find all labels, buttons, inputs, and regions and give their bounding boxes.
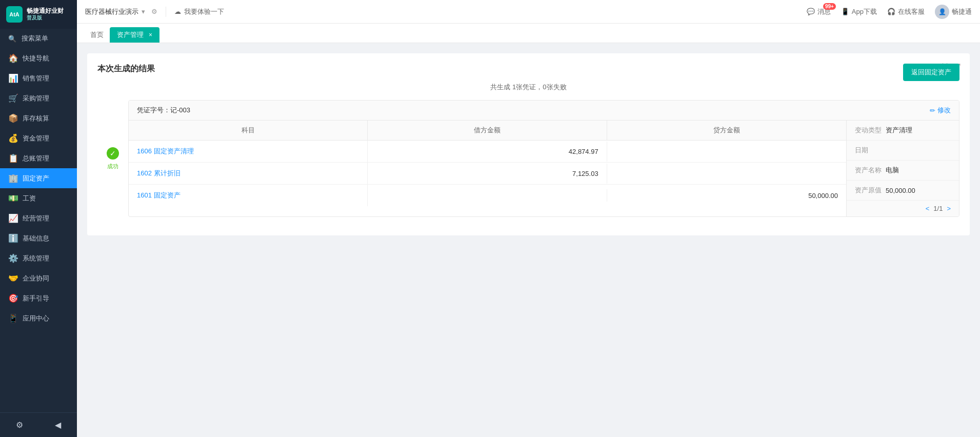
- settings-button[interactable]: ⚙: [13, 417, 26, 433]
- sidebar-item-label: 固定资产: [23, 174, 49, 183]
- app-center-icon: 📱: [8, 313, 17, 323]
- message-icon: 💬: [807, 8, 815, 15]
- info-asset-name: 资产名称 电脑: [847, 161, 959, 181]
- asset-name-value: 电脑: [886, 166, 899, 175]
- sidebar-item-search[interactable]: 🔍 搜索菜单: [0, 29, 77, 48]
- finance-icon: 💰: [8, 133, 17, 143]
- message-badge: 99+: [823, 3, 836, 10]
- sidebar-item-label: 快捷导航: [23, 54, 49, 63]
- tab-close-icon[interactable]: ×: [149, 31, 152, 38]
- sidebar-item-fixed-assets[interactable]: 🏢 固定资产: [0, 168, 77, 188]
- sidebar-item-label: 应用中心: [23, 314, 49, 323]
- credit-cell: [607, 167, 846, 180]
- company-selector[interactable]: 医疗器械行业演示 ▾: [85, 7, 145, 16]
- voucher-header: 凭证字号：记-003 ✏ 修改: [129, 101, 959, 121]
- sidebar-item-app-center[interactable]: 📱 应用中心: [0, 308, 77, 328]
- sidebar-item-ledger[interactable]: 📋 总账管理: [0, 148, 77, 168]
- sidebar-logo: AtA 畅捷通好业财 普及版: [0, 0, 77, 29]
- debit-cell: 7,125.03: [368, 164, 607, 184]
- sidebar-item-inventory[interactable]: 📦 库存核算: [0, 108, 77, 128]
- voucher-container: ✓ 成功 凭证字号：记-003 ✏ 修改: [97, 100, 959, 217]
- subject-cell: 1601 固定资产: [129, 185, 368, 206]
- credit-cell: [607, 145, 846, 157]
- online-service-label: 在线客服: [898, 7, 925, 16]
- status-column: ✓ 成功: [97, 100, 128, 217]
- sidebar-item-guide[interactable]: 🎯 新手引导: [0, 288, 77, 308]
- main-content: 本次生成的结果 ✕ ⤢ 返回固定资产 共生成 1张凭证，0张失败 ✓ 成功 凭证…: [77, 43, 980, 437]
- asset-name-label: 资产名称: [855, 166, 882, 175]
- chevron-down-icon: ▾: [142, 8, 145, 15]
- return-fixed-assets-button[interactable]: 返回固定资产: [903, 64, 959, 81]
- topbar-right: 💬 消息 99+ 📱 App下载 🎧 在线客服 👤 畅捷通: [807, 5, 972, 19]
- edit-voucher-button[interactable]: ✏ 修改: [930, 106, 951, 115]
- change-type-label: 变动类型: [855, 126, 882, 135]
- home-tab-label: 首页: [90, 30, 104, 39]
- app-download-btn[interactable]: 📱 App下载: [841, 7, 877, 16]
- result-panel: 本次生成的结果 ✕ ⤢ 返回固定资产 共生成 1张凭证，0张失败 ✓ 成功 凭证…: [87, 53, 970, 235]
- sidebar-item-label: 新手引导: [23, 294, 49, 303]
- fixed-assets-icon: 🏢: [8, 173, 17, 183]
- next-page-btn[interactable]: >: [947, 205, 951, 212]
- subject-cell: 1606 固定资产清理: [129, 141, 368, 162]
- col-header-debit: 借方金额: [368, 121, 607, 140]
- voucher-body: 科目 借方金额 贷方金额 1606 固定资产清理 42,874.97: [129, 121, 959, 216]
- sidebar-item-label: 系统管理: [23, 254, 49, 263]
- side-info-panel: 变动类型 资产清理 日期 资产名称 电脑: [846, 121, 959, 216]
- sidebar-item-sales[interactable]: 📊 销售管理: [0, 68, 77, 88]
- sidebar-item-payroll[interactable]: 💵 工资: [0, 188, 77, 208]
- inventory-icon: 📦: [8, 113, 17, 123]
- tab-home[interactable]: 首页: [85, 27, 109, 43]
- basics-icon: ℹ️: [8, 233, 17, 243]
- table-row: 1602 累计折旧 7,125.03: [129, 163, 846, 185]
- message-btn[interactable]: 💬 消息 99+: [807, 7, 831, 16]
- sidebar-item-label: 企业协同: [23, 274, 49, 283]
- sidebar-item-purchase[interactable]: 🛒 采购管理: [0, 88, 77, 108]
- user-avatar-btn[interactable]: 👤 畅捷通: [935, 5, 972, 19]
- guide-icon: 🎯: [8, 293, 17, 303]
- pagination: < 1/1 >: [847, 201, 959, 216]
- main-area: 医疗器械行业演示 ▾ ⚙ ☁ 我要体验一下 💬 消息 99+ 📱 App下载 🎧…: [77, 0, 980, 437]
- asset-value-label: 资产原值: [855, 186, 882, 195]
- phone-icon: 📱: [841, 8, 849, 15]
- sidebar-item-label: 采购管理: [23, 94, 49, 103]
- online-service-btn[interactable]: 🎧 在线客服: [887, 7, 925, 16]
- ledger-icon: 📋: [8, 153, 17, 163]
- summary-text: 共生成 1张凭证，0张失败: [97, 83, 959, 92]
- success-label: 成功: [107, 163, 118, 170]
- gear-icon[interactable]: ⚙: [151, 8, 157, 15]
- collapse-button[interactable]: ◀: [52, 417, 64, 433]
- sidebar: AtA 畅捷通好业财 普及版 🔍 搜索菜单 🏠 快捷导航 📊 销售管理 🛒 采购…: [0, 0, 77, 437]
- change-type-value: 资产清理: [886, 126, 912, 135]
- debit-cell: 42,874.97: [368, 142, 607, 162]
- sidebar-item-system[interactable]: ⚙️ 系统管理: [0, 248, 77, 268]
- success-icon: ✓: [107, 147, 119, 160]
- info-date: 日期: [847, 141, 959, 161]
- voucher-block: 凭证字号：记-003 ✏ 修改 科目 借方金额: [128, 100, 959, 217]
- sidebar-item-operations[interactable]: 📈 经营管理: [0, 208, 77, 228]
- prev-page-btn[interactable]: <: [926, 205, 930, 212]
- sidebar-item-label: 经营管理: [23, 214, 49, 223]
- system-icon: ⚙️: [8, 253, 17, 263]
- purchase-icon: 🛒: [8, 93, 17, 103]
- sidebar-item-quick-nav[interactable]: 🏠 快捷导航: [0, 48, 77, 68]
- nav-tabs: 首页 资产管理 ×: [77, 24, 980, 43]
- sidebar-search-label: 搜索菜单: [22, 34, 48, 43]
- page-title: 本次生成的结果: [97, 64, 959, 74]
- sidebar-item-label: 销售管理: [23, 74, 49, 83]
- experience-btn[interactable]: ☁ 我要体验一下: [174, 7, 224, 16]
- sidebar-item-label: 工资: [23, 194, 36, 203]
- sidebar-item-label: 库存核算: [23, 114, 49, 123]
- col-header-credit: 贷方金额: [607, 121, 846, 140]
- app-logo-icon: AtA: [6, 6, 23, 23]
- sidebar-item-basics[interactable]: ℹ️ 基础信息: [0, 228, 77, 248]
- edit-label: 修改: [937, 106, 951, 115]
- topbar: 医疗器械行业演示 ▾ ⚙ ☁ 我要体验一下 💬 消息 99+ 📱 App下载 🎧…: [77, 0, 980, 24]
- topbar-divider: [166, 7, 166, 17]
- sidebar-item-finance[interactable]: 💰 资金管理: [0, 128, 77, 148]
- table-row: 1606 固定资产清理 42,874.97: [129, 141, 846, 163]
- table-row: 1601 固定资产 50,000.00: [129, 185, 846, 206]
- tab-asset-management[interactable]: 资产管理 ×: [110, 27, 159, 43]
- sidebar-nav: 🔍 搜索菜单 🏠 快捷导航 📊 销售管理 🛒 采购管理 📦 库存核算 💰 资金管…: [0, 29, 77, 412]
- sidebar-item-cooperation[interactable]: 🤝 企业协同: [0, 268, 77, 288]
- cooperation-icon: 🤝: [8, 273, 17, 283]
